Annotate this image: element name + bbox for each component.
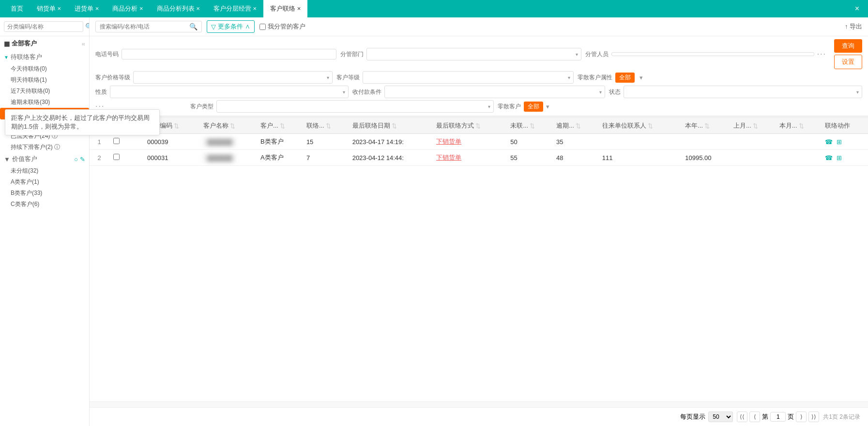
row-checkbox-2[interactable] xyxy=(113,154,120,160)
scatter-cust-all[interactable]: 全部 xyxy=(524,102,543,112)
row-code-1: 000039 xyxy=(143,134,199,150)
filter-row-3: 性质 ▾ 收付款条件 ▾ 状态 ▾ xyxy=(95,86,862,98)
filter-area: 电话号码 分管部门 ▾ 分管人员 ··· 查询 设置 xyxy=(90,36,868,116)
th-this-year[interactable]: 本年...⇅ xyxy=(681,118,730,134)
nav-product-list[interactable]: 商品分析列表 × xyxy=(150,0,207,17)
filter-person: 分管人员 ··· xyxy=(585,50,826,59)
sidebar-item-tomorrow[interactable]: 明天待联络(1) xyxy=(0,74,89,86)
row-actions-1: ☎ ⊞ xyxy=(821,134,868,150)
th-method-label: 最后联络方式 xyxy=(436,121,474,130)
page-prefix: 第 xyxy=(762,412,768,421)
page-navigation: ⟨⟨ ⟨ 第 页 ⟩ ⟩⟩ xyxy=(737,411,819,422)
row-unit-contacts-2: 111 xyxy=(598,150,682,166)
filter-person-input[interactable] xyxy=(611,52,814,56)
sort-icon-10: ⇅ xyxy=(704,122,710,130)
next-page-button[interactable]: ⟩ xyxy=(796,411,807,422)
page-number-input[interactable] xyxy=(770,412,786,422)
sidebar-group-value[interactable]: ▼ 价值客户 ○ ✎ xyxy=(0,153,89,165)
th-last-date[interactable]: 最后联络日期⇅ xyxy=(349,118,432,134)
data-table: ⚙ 客户编码⇅ 客户名称⇅ 客户...⇅ 联络...⇅ xyxy=(90,118,868,166)
row-method-1: 下销货单 xyxy=(432,134,506,150)
sidebar-item-overdue[interactable]: 逾期未联络(30) xyxy=(0,97,89,108)
sidebar-item-today[interactable]: 今天待联络(0) xyxy=(0,63,89,74)
row-checkbox-1[interactable] xyxy=(113,138,120,144)
nav-customer-tier[interactable]: 客户分层经营 × xyxy=(207,0,263,17)
row-contact-2: 7 xyxy=(303,150,349,166)
blurred-name-1: ██████ xyxy=(203,138,236,147)
edit-icon[interactable]: ✎ xyxy=(80,156,85,163)
sort-icon-6: ⇅ xyxy=(475,122,481,130)
sidebar-all-customers[interactable]: ▦ 全部客户 « xyxy=(0,36,89,51)
th-contact[interactable]: 联络...⇅ xyxy=(303,118,349,134)
contact-icon-2[interactable]: ☎ xyxy=(825,154,833,162)
row-num-2: 2 xyxy=(90,150,109,166)
th-last-month[interactable]: 上月...⇅ xyxy=(730,118,776,134)
sidebar-item-class-c[interactable]: C类客户(6) xyxy=(0,199,89,210)
nav-purchase[interactable]: 进货单 × xyxy=(68,0,106,17)
method-link-2[interactable]: 下销货单 xyxy=(436,154,461,161)
sidebar-item-class-b[interactable]: B类客户(33) xyxy=(0,188,89,199)
sidebar-search-icon[interactable]: 🔍 xyxy=(85,23,90,30)
th-name[interactable]: 客户名称⇅ xyxy=(199,118,257,134)
search-icon[interactable]: 🔍 xyxy=(189,23,198,30)
th-type-label: 客户... xyxy=(260,121,278,130)
th-overdue-label: 逾期... xyxy=(556,121,574,130)
per-page-area: 每页显示 10 20 50 100 xyxy=(680,411,733,422)
row-check-2 xyxy=(109,150,123,166)
filter-price-label: 客户价格等级 xyxy=(95,73,130,82)
filter-dots[interactable]: ··· xyxy=(817,50,826,59)
filter-nature: 性质 ▾ xyxy=(95,86,349,98)
filter-nature-select[interactable]: ▾ xyxy=(110,86,349,98)
nav-customer-contact[interactable]: 客户联络 × xyxy=(263,0,307,17)
scatter-attr-all[interactable]: 全部 xyxy=(615,73,635,83)
sidebar-group-pending[interactable]: ▼ 待联络客户 xyxy=(0,51,89,63)
sidebar-search-input[interactable] xyxy=(4,21,83,32)
query-button[interactable]: 查询 xyxy=(834,39,862,53)
filter-status-select[interactable]: ▾ xyxy=(624,86,862,98)
last-page-button[interactable]: ⟩⟩ xyxy=(808,411,819,422)
data-table-wrap: ⚙ 客户编码⇅ 客户名称⇅ 客户...⇅ 联络...⇅ xyxy=(90,118,868,401)
th-overdue[interactable]: 逾期...⇅ xyxy=(552,118,598,134)
sidebar-item-class-a[interactable]: A类客户(1) xyxy=(0,176,89,188)
contact-icon-1[interactable]: ☎ xyxy=(825,138,833,146)
th-last-method[interactable]: 最后联络方式⇅ xyxy=(432,118,506,134)
scatter-attr-chevron: ▾ xyxy=(640,74,643,81)
more-icon-2[interactable]: ⊞ xyxy=(837,154,842,162)
th-type[interactable]: 客户...⇅ xyxy=(257,118,303,134)
th-unreached[interactable]: 未联...⇅ xyxy=(506,118,552,134)
th-this-month[interactable]: 本月...⇅ xyxy=(776,118,822,134)
search-input[interactable] xyxy=(100,23,189,30)
row-check-1 xyxy=(109,134,123,150)
nav-sales[interactable]: 销货单 × xyxy=(30,0,68,17)
content-area: 🔍 ▽ 更多条件 ∧ 我分管的客户 ↑ 导出 电话号码 xyxy=(90,17,868,426)
sidebar-item-ungrouped[interactable]: 未分组(32) xyxy=(0,165,89,176)
settings-button[interactable]: 设置 xyxy=(834,55,862,69)
filter-payment-select[interactable]: ▾ xyxy=(384,86,606,98)
per-page-select[interactable]: 10 20 50 100 xyxy=(708,411,733,422)
first-page-button[interactable]: ⟨⟨ xyxy=(737,411,747,422)
filter-price-select[interactable]: ▾ xyxy=(133,71,333,84)
more-icon-1[interactable]: ⊞ xyxy=(837,138,842,146)
method-link-1[interactable]: 下销货单 xyxy=(436,138,461,145)
row-year-1 xyxy=(681,134,730,150)
row-code-2: 000031 xyxy=(143,150,199,166)
tooltip-box: 距客户上次交易时长，超过了此客户的平均交易周期的1.5倍，则视为异常。 xyxy=(5,109,160,135)
nav-product-analysis[interactable]: 商品分析 × xyxy=(106,0,150,17)
filter-price-level: 客户价格等级 ▾ xyxy=(95,71,333,84)
export-button[interactable]: ↑ 导出 xyxy=(845,22,862,31)
horizontal-scrollbar[interactable] xyxy=(90,401,868,407)
filter-dept-select[interactable]: ▾ xyxy=(366,48,581,60)
sidebar-item-declining[interactable]: 持续下滑客户(2) ⓘ xyxy=(0,142,89,153)
window-close-button[interactable]: × xyxy=(850,4,864,13)
filter-ctype-select[interactable]: ▾ xyxy=(216,100,494,113)
more-filters-button[interactable]: ▽ 更多条件 ∧ xyxy=(207,20,255,33)
sidebar-item-7days[interactable]: 近7天待联络(0) xyxy=(0,86,89,97)
prev-page-button[interactable]: ⟨ xyxy=(749,411,760,422)
filter-phone-input[interactable] xyxy=(122,49,336,59)
my-customer-checkbox[interactable] xyxy=(259,24,266,30)
th-unit-contacts[interactable]: 往来单位联系人⇅ xyxy=(598,118,682,134)
row-last-date-2: 2023-04-12 14:44: xyxy=(349,150,432,166)
nav-home[interactable]: 首页 xyxy=(4,0,30,17)
filter-level-select[interactable]: ▾ xyxy=(363,71,574,84)
circle-icon[interactable]: ○ xyxy=(74,156,78,163)
